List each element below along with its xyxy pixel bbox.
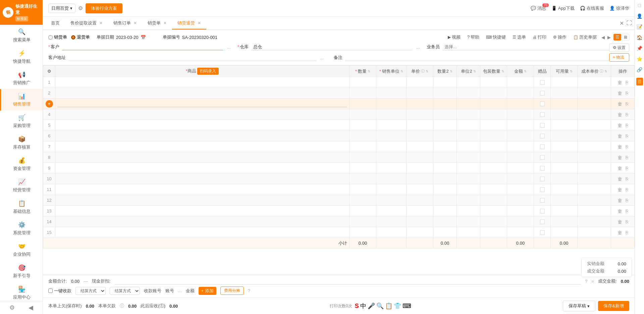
one-click-checkbox[interactable]: 一键收款 [48,288,71,294]
delete-row-btn-6[interactable]: 🗑 [617,133,623,139]
delete-row-btn-8[interactable]: 🗑 [617,154,623,161]
copy-row-btn-12[interactable]: ⎘ [625,197,629,204]
unit2-cell-12[interactable] [457,195,480,206]
unit-cell-8[interactable] [376,152,407,163]
tab-maximize-icon[interactable]: ⛶ [627,20,632,26]
user-btn[interactable]: 👤 徐泽华 [609,5,629,11]
qty2-cell-2[interactable] [433,88,457,99]
cost-cell-8[interactable] [578,152,611,163]
gift-checkbox-12[interactable] [540,198,545,203]
avail-cell-9[interactable] [551,163,578,174]
unit2-cell-3[interactable] [457,99,480,109]
gift-cell-5[interactable] [534,120,551,131]
delete-row-btn-7[interactable]: 🗑 [617,143,623,150]
gift-cell-9[interactable] [534,163,551,174]
product-cell-1[interactable] [55,77,350,88]
pack-sort-icon[interactable]: ⇅ [501,69,504,73]
gift-checkbox-9[interactable] [540,166,545,171]
avail-cell-8[interactable] [551,152,578,163]
unit2-cell-13[interactable] [457,206,480,216]
qty-cell-11[interactable] [350,184,376,195]
qty-cell-13[interactable] [350,206,376,216]
pack-cell-4[interactable] [480,109,507,120]
product-cell-15[interactable] [55,227,350,238]
unit2-cell-5[interactable] [457,120,480,131]
customer-dots-btn[interactable]: ... [227,45,231,50]
sidebar-item-inventory[interactable]: 📦 库存核算 [0,132,43,153]
print-btn[interactable]: 🖨 打印 [531,34,548,41]
amount-cell-12[interactable] [507,195,534,206]
gift-cell-4[interactable] [534,109,551,120]
unit-sort-icon[interactable]: ⇅ [400,69,403,73]
gift-cell-8[interactable] [534,152,551,163]
pack-cell-9[interactable] [480,163,507,174]
qty2-cell-12[interactable] [433,195,457,206]
amount-cell-8[interactable] [507,152,534,163]
copy-row-btn-5[interactable]: ⎘ [625,122,629,129]
copy-row-btn-7[interactable]: ⎘ [625,143,629,150]
price-cell-11[interactable] [407,184,433,195]
qty-cell-14[interactable] [350,216,376,227]
amount-sort-icon[interactable]: ⇅ [524,69,527,73]
tab-home[interactable]: 首页 [46,17,65,29]
qty2-cell-8[interactable] [433,152,457,163]
qty-cell-15[interactable] [350,227,376,238]
mic-icon[interactable]: 🎤 [368,302,375,310]
price-cell-5[interactable] [407,120,433,131]
qty-cell-3[interactable] [350,99,376,109]
price-cell-7[interactable] [407,141,433,152]
amount-cell-15[interactable] [507,227,534,238]
unit-cell-9[interactable] [376,163,407,174]
list-view-btn[interactable]: ☰ [613,34,621,41]
amount-cell-7[interactable] [507,141,534,152]
right-icon-3[interactable]: 📝 [637,24,642,29]
tab-sales-return[interactable]: 销货退货 ✕ [172,17,206,29]
avail-cell-3[interactable] [551,99,578,109]
product-cell-13[interactable] [55,206,350,216]
qty2-cell-15[interactable] [433,227,457,238]
price-sort-icon[interactable]: ⇅ [426,69,428,73]
unit2-cell-11[interactable] [457,184,480,195]
gift-checkbox-1[interactable] [540,80,545,85]
cost-cell-13[interactable] [578,206,611,216]
pack-cell-2[interactable] [480,88,507,99]
keyboard-icon[interactable]: ⌨ [402,302,411,310]
delete-row-btn-12[interactable]: 🗑 [617,197,623,204]
scan-btn[interactable]: 扫码录入 [197,68,219,75]
qty-cell-12[interactable] [350,195,376,206]
product-input-3[interactable] [57,101,347,107]
gift-cell-15[interactable] [534,227,551,238]
gift-checkbox-2[interactable] [540,91,545,96]
avail-cell-14[interactable] [551,216,578,227]
cost-cell-5[interactable] [578,120,611,131]
radio-sales[interactable]: 销货单 [48,34,67,40]
unit2-cell-4[interactable] [457,109,480,120]
price-cell-2[interactable] [407,88,433,99]
qty-cell-1[interactable] [350,77,376,88]
pack-cell-10[interactable] [480,174,507,184]
copy-row-btn-10[interactable]: ⎘ [625,176,629,182]
gift-cell-11[interactable] [534,184,551,195]
amount-cell-6[interactable] [507,131,534,141]
amount-cell-10[interactable] [507,174,534,184]
gift-cell-13[interactable] [534,206,551,216]
tab-sales-order-close[interactable]: ✕ [133,21,137,25]
qty-sort-icon[interactable]: ⇅ [368,69,370,73]
gift-checkbox-5[interactable] [540,123,545,128]
tab-sales-return-close[interactable]: ✕ [198,21,201,25]
unit2-sort-icon[interactable]: ⇅ [473,69,476,73]
copy-row-btn-6[interactable]: ⎘ [625,133,629,139]
cost-cell-10[interactable] [578,174,611,184]
qty2-cell-10[interactable] [433,174,457,184]
sidebar-item-apps[interactable]: 🏪 应用中心 [0,282,43,301]
tab-sales-close[interactable]: ✕ [163,21,167,25]
qty2-cell-9[interactable] [433,163,457,174]
amount-cell-13[interactable] [507,206,534,216]
price-cell-13[interactable] [407,206,433,216]
sidebar-item-sales[interactable]: 📊 销售管理 [0,89,43,111]
unit2-cell-9[interactable] [457,163,480,174]
pack-cell-3[interactable] [480,99,507,109]
right-icon-5[interactable]: 📌 [637,46,642,51]
product-cell-5[interactable] [55,120,350,131]
qty2-cell-4[interactable] [433,109,457,120]
